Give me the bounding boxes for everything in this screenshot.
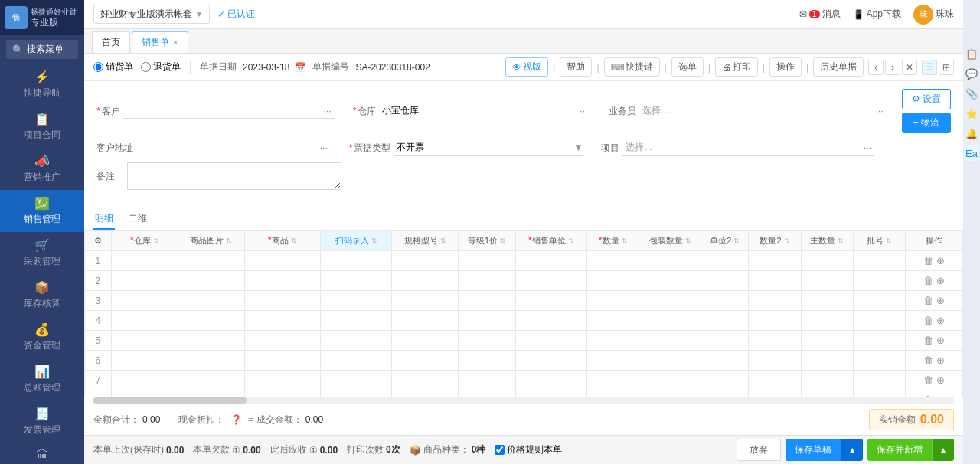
row-spec[interactable] <box>392 390 459 398</box>
row-product[interactable] <box>244 291 320 311</box>
calendar-icon[interactable]: 📅 <box>295 62 306 73</box>
row-delete-icon[interactable]: 🗑 <box>923 315 933 326</box>
project-ellipsis[interactable]: ··· <box>861 141 874 155</box>
row-qty[interactable] <box>587 251 639 271</box>
price-rule-checkbox-item[interactable]: 价格规则本单 <box>495 443 562 456</box>
row-pack-qty[interactable] <box>639 371 701 390</box>
operations-button[interactable]: 操作 <box>769 57 802 77</box>
row-copy-icon[interactable]: ⊕ <box>936 315 945 326</box>
row-batch[interactable] <box>853 271 905 291</box>
abandon-button[interactable]: 放弃 <box>737 439 781 461</box>
row-spec[interactable] <box>392 251 459 271</box>
row-price1[interactable] <box>459 331 516 351</box>
row-batch[interactable] <box>853 351 905 371</box>
col-main-qty[interactable]: 主数量 ⇅ <box>801 231 853 251</box>
row-price1[interactable] <box>459 251 516 271</box>
row-pack-qty[interactable] <box>639 271 701 291</box>
row-barcode[interactable] <box>321 271 392 291</box>
row-product[interactable] <box>244 311 320 331</box>
row-unit2[interactable] <box>701 271 749 291</box>
row-qty2[interactable] <box>749 251 801 271</box>
row-batch[interactable] <box>853 331 905 351</box>
date-field-value[interactable]: 2023-03-18 <box>243 62 289 73</box>
row-product[interactable] <box>244 331 320 351</box>
close-doc-button[interactable]: ✕ <box>902 60 917 75</box>
horizontal-scrollbar[interactable] <box>93 397 954 404</box>
row-barcode[interactable] <box>321 291 392 311</box>
row-pack-qty[interactable] <box>639 291 701 311</box>
row-qty[interactable] <box>587 390 639 398</box>
tab-close-icon[interactable]: ✕ <box>172 38 178 47</box>
row-copy-icon[interactable]: ⊕ <box>936 255 945 266</box>
save-new-arrow[interactable]: ▲ <box>932 439 954 461</box>
row-unit2[interactable] <box>701 251 749 271</box>
row-spec[interactable] <box>392 371 459 390</box>
sidebar-item-accounting[interactable]: 📊 总账管理 <box>0 358 84 400</box>
row-copy-icon[interactable]: ⊕ <box>936 295 945 306</box>
tab-home[interactable]: 首页 <box>92 31 130 53</box>
company-selector[interactable]: 好业财专业版演示帐套 ▼ <box>93 5 210 24</box>
settings-button[interactable]: ⚙ 设置 <box>902 89 951 109</box>
radio-return-order[interactable]: 退货单 <box>141 60 181 74</box>
row-product-image[interactable] <box>178 331 244 351</box>
tab-detail[interactable]: 明细 <box>93 209 115 230</box>
save-new-button[interactable]: 保存并新增 <box>867 439 932 461</box>
row-price1[interactable] <box>459 371 516 390</box>
salesperson-input-area[interactable]: 选择... ··· <box>639 103 886 119</box>
invoice-select-area[interactable]: 不开票 ▼ <box>394 139 583 156</box>
row-spec[interactable] <box>392 291 459 311</box>
row-delete-icon[interactable]: 🗑 <box>923 374 933 386</box>
row-batch[interactable] <box>853 251 905 271</box>
row-main-qty[interactable] <box>801 291 853 311</box>
row-product-image[interactable] <box>178 271 244 291</box>
row-spec[interactable] <box>392 311 459 331</box>
row-warehouse[interactable] <box>111 371 178 390</box>
tab-sales-order[interactable]: 销售单 ✕ <box>132 31 188 53</box>
row-barcode[interactable] <box>321 251 392 271</box>
col-barcode[interactable]: 扫码录入 ⇅ <box>321 231 392 251</box>
row-warehouse[interactable] <box>111 251 178 271</box>
col-sales-unit[interactable]: *销售单位 ⇅ <box>515 231 586 251</box>
row-warehouse[interactable] <box>111 271 178 291</box>
row-sales-unit[interactable] <box>515 351 586 371</box>
save-draft-arrow[interactable]: ▲ <box>841 439 863 461</box>
rp-icon-3[interactable]: 📎 <box>964 86 979 101</box>
row-price1[interactable] <box>459 311 516 331</box>
row-sales-unit[interactable] <box>515 390 586 398</box>
row-delete-icon[interactable]: 🗑 <box>923 275 933 286</box>
row-product[interactable] <box>244 251 320 271</box>
row-main-qty[interactable] <box>801 311 853 331</box>
row-product[interactable] <box>244 351 320 371</box>
row-qty2[interactable] <box>749 390 801 398</box>
row-delete-icon[interactable]: 🗑 <box>923 335 933 346</box>
row-main-qty[interactable] <box>801 351 853 371</box>
col-image[interactable]: 商品图片 ⇅ <box>178 231 244 251</box>
row-qty2[interactable] <box>749 291 801 311</box>
row-delete-icon[interactable]: 🗑 <box>923 255 933 266</box>
row-product[interactable] <box>244 371 320 390</box>
row-batch[interactable] <box>853 390 905 398</box>
row-barcode[interactable] <box>321 351 392 371</box>
sidebar-item-inventory[interactable]: 📦 库存核算 <box>0 274 84 316</box>
prev-arrow[interactable]: ‹ <box>868 60 884 75</box>
row-unit2[interactable] <box>701 351 749 371</box>
row-main-qty[interactable] <box>801 271 853 291</box>
row-unit2[interactable] <box>701 390 749 398</box>
row-warehouse[interactable] <box>111 311 178 331</box>
row-spec[interactable] <box>392 331 459 351</box>
row-price1[interactable] <box>459 271 516 291</box>
row-pack-qty[interactable] <box>639 390 701 398</box>
row-copy-icon[interactable]: ⊕ <box>936 335 945 346</box>
row-copy-icon[interactable]: ⊕ <box>936 355 945 366</box>
row-unit2[interactable] <box>701 371 749 390</box>
row-qty2[interactable] <box>749 371 801 390</box>
help-button[interactable]: 帮助 <box>560 57 592 77</box>
layout-list-btn[interactable]: ☰ <box>922 60 937 75</box>
row-qty[interactable] <box>587 351 639 371</box>
col-price1[interactable]: 等级1价 ⇅ <box>459 231 516 251</box>
rp-icon-2[interactable]: 💬 <box>964 66 979 81</box>
col-settings[interactable]: ⚙ <box>85 231 112 251</box>
row-price1[interactable] <box>459 291 516 311</box>
save-draft-button[interactable]: 保存草稿 <box>786 439 841 461</box>
row-unit2[interactable] <box>701 311 749 331</box>
